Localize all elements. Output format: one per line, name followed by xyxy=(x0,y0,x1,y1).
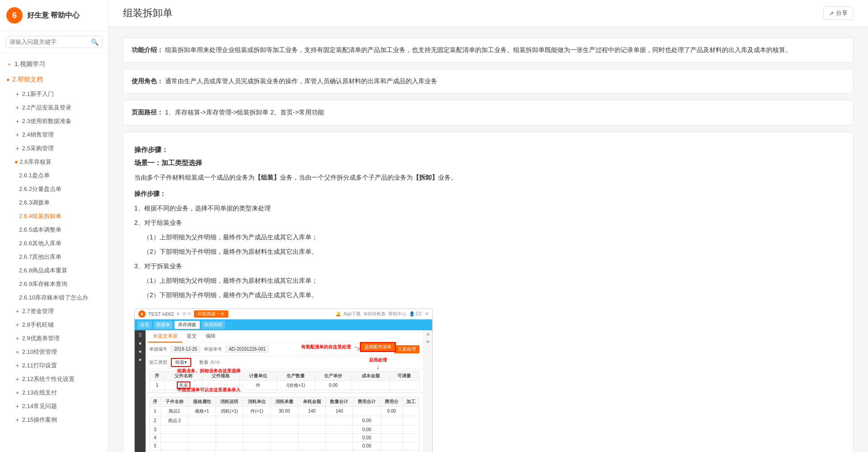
search-input[interactable] xyxy=(5,36,103,48)
sidebar-label-mobile: 2.8手机旺铺 xyxy=(22,321,54,328)
sidebar-item-inv-fix[interactable]: 2.6.10库存账本错了怎么办 xyxy=(0,291,108,305)
sidebar-item-beginner[interactable]: ＋ 2.1新手入门 xyxy=(0,87,108,101)
mock-titlebar-text: TEST-H002 xyxy=(148,311,174,317)
sidebar-item-mobile[interactable]: ＋ 2.8手机旺铺 xyxy=(0,318,108,332)
mock-th-4: 生产数量 xyxy=(277,371,315,381)
sidebar-label-install: 2.2产品安装及登录 xyxy=(22,104,71,111)
mock-cell-unit: 件 xyxy=(240,381,277,390)
mock-lower-table: 序 子件名称 规格属性 消耗说明 消耗单位 消耗单量 单耗金额 数量合计 费用合 xyxy=(149,397,420,452)
mock-topbtn[interactable]: 同期调拨一天 xyxy=(194,310,228,318)
step2: 2、对于组装业务 xyxy=(134,216,842,229)
step3: 3、对于拆装业务 xyxy=(134,260,842,272)
path-box: 页面路径： 1、库存核算->库存管理->组装拆卸单 2、首页->常用功能 xyxy=(123,100,854,125)
mock-th-5: 生产单价 xyxy=(315,371,352,381)
mock-th-0: 序 xyxy=(150,371,165,381)
sidebar-item-inventory[interactable]: ● 2.6库存核算 xyxy=(0,155,108,169)
mock-tab-new[interactable]: 未提交单据 xyxy=(148,330,182,343)
sidebar-item-operations[interactable]: ＋ 2.10经营管理 xyxy=(0,345,108,359)
plus-icon-6: ＋ xyxy=(14,145,20,152)
steps-area: 操作步骤： 场景一：加工类型选择 当由多个子件材料组装成一个成品的业务为【组装】… xyxy=(123,132,854,452)
sidebar-item-inv-ledger[interactable]: 2.6.9库存账本查询 xyxy=(0,277,108,291)
mock-body: ☰ ■ ■ ■ 未提交单据 提交 编辑 xyxy=(135,330,432,452)
mock-icon4: 帮助中心 xyxy=(388,311,406,317)
sidebar-item-purchase[interactable]: ＋ 2.5采购管理 xyxy=(0,142,108,155)
sidebar-item-print[interactable]: ＋ 2.11打印设置 xyxy=(0,359,108,372)
sidebar-item-partial-stocktake[interactable]: 2.6.2分量盘点单 xyxy=(0,182,108,196)
scenario1-desc: 当由多个子件材料组装成一个成品的业务为【组装】业务，当由一个父件拆分成多个子产品… xyxy=(134,171,842,184)
share-button[interactable]: ➚ 分享 xyxy=(823,6,854,20)
mock-nav-tab4[interactable]: 组装拆卸 xyxy=(202,321,225,329)
sidebar-item-faq[interactable]: ＋ 2.14常见问题 xyxy=(0,400,108,413)
plus-icon-14: ＋ xyxy=(14,403,20,409)
sidebar-item-help-docs[interactable]: ● 2.帮助文档 xyxy=(0,72,108,87)
mock-ltd-fee1 xyxy=(353,406,381,416)
mock-icon2: App下载 xyxy=(344,311,361,317)
mock-type-select[interactable]: 组装▾ xyxy=(171,358,191,367)
mock-tab-submit[interactable]: 提交 xyxy=(182,330,201,343)
mock-cell-cost xyxy=(352,381,390,390)
mock-nav: 自贡 新建单 库存调拨 组装拆卸 xyxy=(135,319,432,330)
mock-side-icon3: ■ xyxy=(139,349,141,354)
sidebar-item-cost-recalc[interactable]: 2.6.8商品成本重算 xyxy=(0,264,108,277)
step2-sub2: （2）下部明细为子件明细，最终作为原材料生成其它出库单。 xyxy=(134,245,842,258)
plus-icon-13: ＋ xyxy=(14,389,20,396)
sidebar-item-personalize[interactable]: ＋ 2.12系统个性化设置 xyxy=(0,372,108,386)
sidebar-item-video[interactable]: ＋ 1.视频学习 xyxy=(0,57,108,72)
mock-lower-row-3: 3 0.00 xyxy=(150,425,420,433)
mock-lth-9: 费用分 xyxy=(381,397,403,406)
step1: 1、根据不同的业务，选择不同单据的类型来处理 xyxy=(134,202,842,214)
mock-close-icon: ✕ xyxy=(425,311,429,316)
minus-icon-2: ● xyxy=(14,158,18,165)
sidebar-item-other-in[interactable]: 2.6.6其他入库单 xyxy=(0,237,108,250)
mock-icon1: 🔔 xyxy=(335,311,341,316)
mock-lower-row-4: 4 0.00 xyxy=(150,433,420,442)
plus-icon-3: ＋ xyxy=(14,104,20,111)
sidebar-item-data-prep[interactable]: ＋ 2.3使用前数据准备 xyxy=(0,114,108,128)
sidebar-item-sales[interactable]: ＋ 2.4销售管理 xyxy=(0,128,108,142)
content-area: 功能介绍： 组装拆卸单用来处理企业组装或拆卸等加工业务，支持有固定装配清单的产品… xyxy=(108,27,868,452)
plus-icon-15: ＋ xyxy=(14,416,20,423)
sidebar-label-other-in: 2.6.6其他入库单 xyxy=(19,240,61,247)
mock-ltd-price1: 140 xyxy=(298,406,326,416)
mock-annotation-middle: 组装业务、拆卸业务在这里选择 xyxy=(177,368,241,374)
sidebar-item-stocktake[interactable]: 2.6.1盘点单 xyxy=(0,169,108,182)
mock-confirm-btn[interactable]: 立案处理 xyxy=(394,345,420,353)
sidebar-item-transfer[interactable]: 2.6.3调拨单 xyxy=(0,196,108,209)
mock-nav-tab2[interactable]: 新建单 xyxy=(154,321,173,329)
sidebar-label-finance: 2.7资金管理 xyxy=(22,308,54,314)
sidebar-item-other-out[interactable]: 2.6.7其他出库单 xyxy=(0,250,108,264)
sidebar-label-sales: 2.4销售管理 xyxy=(22,131,54,138)
role-text: 通常由生产人员或库管人员完成拆装业务的操作，库管人员确认原材料的出库和产成品的入… xyxy=(165,77,437,85)
sidebar-item-assemble[interactable]: 2.6.4组装拆卸单 xyxy=(0,209,108,223)
sidebar-label-payment: 2.13在线支付 xyxy=(22,389,57,396)
mock-lth-10: 加工 xyxy=(402,397,419,406)
mock-tab-edit[interactable]: 编辑 xyxy=(201,330,220,343)
mock-lower-row-5: 5 0.00 xyxy=(150,442,420,450)
plus-icon-10: ＋ xyxy=(14,348,20,355)
sidebar-item-payment[interactable]: ＋ 2.13在线支付 xyxy=(0,386,108,400)
plus-icon-9: ＋ xyxy=(14,335,20,342)
mock-icons: ⚙ ↻ xyxy=(182,311,191,316)
mock-field-label2: 单据单号 xyxy=(204,346,222,352)
role-box: 使用角色： 通常由生产人员或库管人员完成拆装业务的操作，库管人员确认原材料的出库… xyxy=(123,69,854,94)
mock-nav-tab3[interactable]: 库存调拨 xyxy=(175,321,200,329)
mock-field-val2: AD-20191226-001 xyxy=(226,346,269,352)
plus-icon: ＋ xyxy=(6,61,12,68)
sidebar-item-cases[interactable]: ＋ 2.15操作案例 xyxy=(0,413,108,427)
sidebar-item-finance[interactable]: ＋ 2.7资金管理 xyxy=(0,305,108,318)
sidebar-item-coupon[interactable]: ＋ 2.9优惠券管理 xyxy=(0,332,108,345)
sidebar-label-cost-adjust: 2.6.5成本调整单 xyxy=(19,226,61,233)
sidebar-item-install[interactable]: ＋ 2.2产品安装及登录 xyxy=(0,101,108,114)
search-button[interactable]: 🔍 xyxy=(91,38,99,46)
mock-annotation-btn[interactable]: 选择配件清单 xyxy=(360,342,396,352)
plus-icon-4: ＋ xyxy=(14,118,20,124)
mock-nav-tab1[interactable]: 自贡 xyxy=(137,321,152,329)
sidebar-item-cost-adjust[interactable]: 2.6.5成本调整单 xyxy=(0,223,108,237)
mock-ltd-note1: 消耗(+1) xyxy=(216,406,243,416)
sidebar-label-beginner: 2.1新手入门 xyxy=(22,90,54,97)
ops-label: 操作步骤： xyxy=(134,146,842,154)
sidebar-label-print: 2.11打印设置 xyxy=(22,362,57,369)
mock-arrow-down: ↓ xyxy=(377,363,380,371)
sidebar-label-help-docs: 2.帮助文档 xyxy=(12,76,43,84)
sidebar-label-inventory: 2.6库存核算 xyxy=(19,158,51,165)
